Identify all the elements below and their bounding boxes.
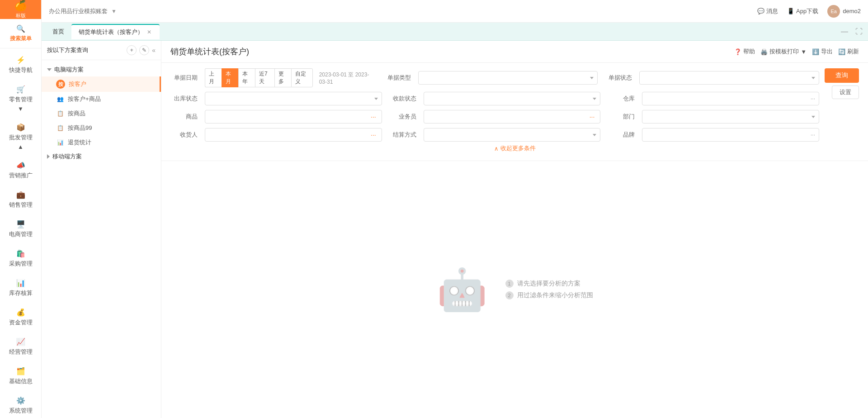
avatar: Ea (827, 5, 840, 18)
receiver-dots-btn[interactable]: ··· (369, 130, 378, 139)
sidebar-item-marketing[interactable]: 📣 营销推广 (0, 156, 41, 185)
user-area[interactable]: Ea demo2 (827, 5, 861, 18)
brand-select[interactable]: ··· (642, 128, 819, 142)
app-download-btn[interactable]: 📱 App下载 (787, 7, 818, 15)
sidebar-item-operation[interactable]: 📈 经营管理 (0, 332, 41, 361)
scheme-item-by-customer-goods[interactable]: 👥 按客户+商品 (42, 92, 161, 106)
avatar-text: Ea (831, 9, 837, 14)
tab-sales-stat[interactable]: 销货单统计表（按客户） ✕ (71, 24, 160, 39)
sidebar-item-nav[interactable]: ⚡ 快捷导航 (0, 50, 41, 80)
template-print-label: 按模板打印 (769, 48, 799, 56)
payment-status-select[interactable] (424, 92, 601, 105)
sidebar-item-sales[interactable]: 💼 销售管理 (0, 185, 41, 214)
scheme-item-return-stat-icon: 📊 (56, 138, 64, 147)
sidebar-item-retail[interactable]: 🛒 零售管理 ▼ (0, 80, 41, 118)
sidebar-item-system[interactable]: ⚙️ 系统管理 (0, 391, 41, 418)
sidebar-item-marketing-label: 营销推广 (9, 171, 33, 180)
message-btn[interactable]: 💬 消息 (757, 7, 778, 15)
tab-home[interactable]: 首页 (45, 24, 71, 39)
scheme-item-by-goods-99[interactable]: 📋 按商品99 (42, 121, 161, 135)
sidebar-item-wholesale[interactable]: 📦 批发管理 ▲ (0, 118, 41, 156)
scheme-item-return-stat-label: 退货统计 (68, 138, 91, 147)
goods-label: 商品 (170, 113, 198, 121)
print-icon: 🖨️ (760, 48, 768, 55)
empty-illustration: 🤖 (437, 266, 487, 314)
settings-btn[interactable]: 设置 (832, 86, 859, 99)
scheme-item-by-goods-icon: 📋 (56, 109, 64, 118)
order-status-select[interactable] (639, 71, 819, 85)
sidebar-item-retail-label: 零售管理 (9, 95, 33, 104)
brand-label: 品牌 (608, 131, 635, 139)
sidebar-item-inventory[interactable]: 📊 库存核算 (0, 273, 41, 303)
warehouse-select[interactable]: ··· (642, 92, 819, 105)
tab-close-btn[interactable]: ✕ (146, 28, 152, 36)
add-scheme-btn[interactable]: + (127, 45, 137, 55)
sidebar-item-search[interactable]: 🔍 搜索菜单 (0, 19, 41, 48)
export-btn[interactable]: ⬇️ 导出 (812, 48, 833, 56)
tab-sales-stat-label: 销货单统计表（按客户） (79, 28, 143, 36)
maximize-btn[interactable]: ⛶ (854, 26, 864, 38)
out-status-select[interactable] (205, 92, 382, 105)
marketing-icon: 📣 (16, 161, 25, 170)
empty-tip-2: 2 用过滤条件来缩小分析范围 (505, 291, 593, 299)
date-btn-custom[interactable]: 自定义 (291, 68, 313, 87)
empty-tip-1: 1 请先选择要分析的方案 (505, 280, 593, 288)
salesperson-select[interactable]: ··· (424, 110, 601, 124)
message-label: 消息 (766, 7, 778, 15)
scheme-item-return-stat[interactable]: 📊 退货统计 (42, 135, 161, 150)
logo-area[interactable]: 🍊 标版 (0, 0, 41, 19)
date-btn-more[interactable]: 更多 (274, 68, 291, 87)
scheme-item-by-goods-99-label: 按商品99 (68, 124, 92, 132)
order-type-select[interactable] (418, 71, 598, 85)
date-shortcuts: 上月 本月 本年 近7天 更多 自定义 (205, 68, 313, 87)
scheme-group-desktop-header[interactable]: 电脑端方案 (42, 63, 161, 76)
group-mobile-label: 移动端方案 (52, 152, 82, 161)
settlement-select[interactable] (424, 128, 601, 142)
goods-select[interactable]: ··· (205, 110, 382, 124)
date-btn-last-month[interactable]: 上月 (205, 68, 222, 87)
help-label: 帮助 (743, 48, 755, 56)
retail-chevron-icon: ▼ (18, 105, 24, 112)
sidebar-item-finance-label: 资金管理 (9, 318, 33, 327)
help-btn[interactable]: ❓ 帮助 (734, 48, 755, 56)
collapse-panel-btn[interactable]: « (152, 47, 156, 54)
empty-state: 🤖 1 请先选择要分析的方案 2 用过滤条件来缩小分析范围 (161, 161, 868, 418)
sidebar-item-basic[interactable]: 🗂️ 基础信息 (0, 361, 41, 391)
tip-1-text: 请先选择要分析的方案 (517, 280, 580, 288)
date-btn-this-year[interactable]: 本年 (238, 68, 255, 87)
sidebar-item-ecommerce[interactable]: 🖥️ 电商管理 (0, 214, 41, 244)
sidebar-item-basic-label: 基础信息 (9, 377, 33, 385)
department-select[interactable] (642, 110, 819, 124)
minimize-btn[interactable]: — (839, 26, 850, 38)
tip-1-num: 1 (505, 280, 514, 288)
refresh-icon: 🔄 (838, 48, 845, 55)
app-title-dropdown[interactable]: ▼ (111, 8, 117, 14)
sidebar-item-purchase[interactable]: 🛍️ 采购管理 (0, 244, 41, 273)
date-btn-last-7days[interactable]: 近7天 (255, 68, 274, 87)
inventory-icon: 📊 (16, 279, 25, 287)
collapse-bar[interactable]: ∧ 收起更多条件 (170, 142, 859, 155)
department-label: 部门 (608, 113, 635, 121)
print-chevron-icon: ▼ (801, 48, 807, 55)
scheme-item-by-customer[interactable]: 按 按客户 (42, 76, 161, 92)
left-panel-actions: + ✎ « (127, 45, 156, 55)
logo-text: 标版 (16, 12, 26, 19)
content-area: 按以下方案查询 + ✎ « 电脑端方案 (42, 41, 868, 418)
query-btn[interactable]: 查询 (825, 68, 859, 83)
goods-dots-btn[interactable]: ··· (369, 112, 378, 121)
receiver-select[interactable]: ··· (205, 128, 382, 142)
sidebar-item-finance[interactable]: 💰 资金管理 (0, 303, 41, 332)
page-header-actions: ❓ 帮助 🖨️ 按模板打印 ▼ ⬇️ 导出 🔄 刷新 (734, 48, 859, 56)
purchase-icon: 🛍️ (16, 249, 25, 258)
refresh-btn[interactable]: 🔄 刷新 (838, 48, 859, 56)
scheme-group-mobile-header[interactable]: 移动端方案 (42, 150, 161, 163)
template-print-btn[interactable]: 🖨️ 按模板打印 ▼ (760, 48, 807, 56)
salesperson-dots-btn[interactable]: ··· (588, 112, 597, 121)
nav-icon: ⚡ (16, 56, 25, 64)
finance-icon: 💰 (16, 308, 25, 317)
sidebar-item-sales-label: 销售管理 (9, 201, 33, 209)
date-btn-this-month[interactable]: 本月 (222, 68, 238, 87)
scheme-item-by-goods[interactable]: 📋 按商品 (42, 106, 161, 121)
edit-scheme-btn[interactable]: ✎ (139, 45, 149, 55)
add-icon: + (130, 47, 133, 53)
